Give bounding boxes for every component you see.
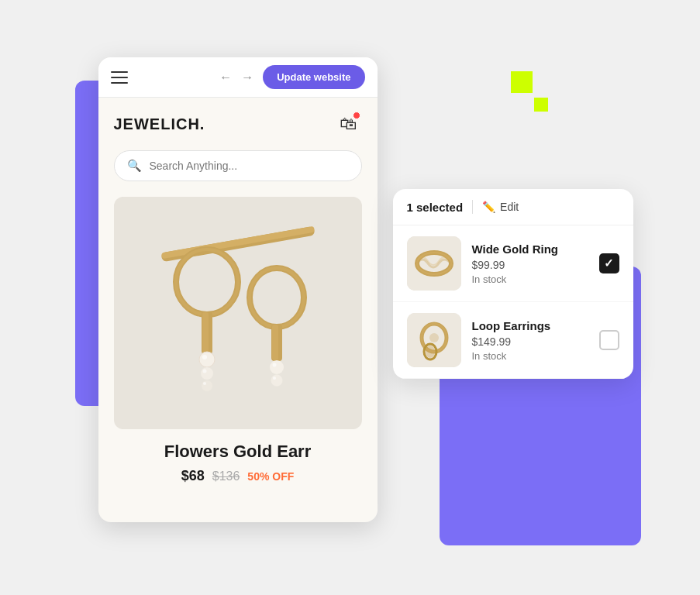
svg-rect-6	[202, 312, 209, 353]
svg-point-18	[270, 360, 284, 374]
edit-button[interactable]: ✏️ Edit	[482, 201, 519, 213]
selected-count: 1 selected	[407, 201, 464, 214]
product-thumbnail-1	[407, 236, 461, 291]
list-item: Loop Earrings $149.99 In stock	[393, 302, 633, 379]
checkbox-item-1[interactable]	[599, 253, 619, 273]
product-name: Flowers Gold Earr	[120, 442, 356, 462]
earring-svg	[114, 197, 362, 429]
product-details-1: Wide Gold Ring $99.99 In stock	[472, 242, 588, 285]
toolbar-center: ← → Update website	[219, 65, 364, 89]
svg-point-9	[202, 355, 207, 359]
svg-point-11	[202, 370, 206, 373]
list-item: Wide Gold Ring $99.99 In stock	[393, 225, 633, 302]
svg-point-10	[201, 367, 213, 380]
hamburger-line-3	[111, 82, 128, 84]
earrings-svg	[407, 313, 461, 367]
store-logo: JEWELICH.	[114, 115, 205, 133]
product-list-status-1: In stock	[472, 273, 588, 285]
selection-divider	[472, 200, 473, 214]
product-image	[114, 197, 362, 429]
toolbar-left	[111, 71, 128, 84]
checkbox-item-2[interactable]	[599, 330, 619, 350]
scene: ← → Update website JEWELICH. 🛍 🔍	[60, 34, 641, 561]
update-website-button[interactable]: Update website	[263, 65, 364, 89]
svg-point-19	[272, 363, 276, 367]
edit-icon: ✏️	[482, 201, 495, 213]
product-list-status-2: In stock	[472, 350, 588, 362]
edit-label: Edit	[500, 201, 519, 213]
svg-rect-17	[272, 325, 278, 360]
svg-point-12	[202, 380, 212, 391]
ring-svg	[407, 236, 461, 291]
product-info: Flowers Gold Earr $68 $136 50% OFF	[114, 442, 362, 484]
search-icon: 🔍	[127, 159, 142, 173]
svg-point-13	[203, 382, 206, 385]
forward-arrow[interactable]: →	[241, 71, 253, 84]
price-current: $68	[181, 468, 205, 484]
bg-green-top	[511, 71, 533, 93]
hamburger-icon[interactable]	[111, 71, 128, 84]
product-list-price-1: $99.99	[472, 259, 588, 271]
price-original: $136	[212, 469, 240, 483]
svg-point-29	[426, 346, 435, 358]
selection-header: 1 selected ✏️ Edit	[393, 189, 633, 225]
back-arrow[interactable]: ←	[219, 71, 232, 84]
store-header: JEWELICH. 🛍	[114, 110, 362, 138]
product-list-name-2: Loop Earrings	[472, 319, 588, 332]
store-content: JEWELICH. 🛍 🔍	[98, 98, 378, 497]
svg-point-30	[429, 333, 439, 342]
product-thumbnail-2	[407, 313, 461, 367]
svg-point-21	[273, 377, 276, 380]
price-discount: 50% OFF	[247, 470, 294, 483]
svg-rect-0	[122, 197, 354, 429]
svg-point-20	[271, 375, 282, 387]
bg-green-bottom	[534, 98, 548, 112]
product-pricing: $68 $136 50% OFF	[120, 468, 356, 484]
cart-button[interactable]: 🛍	[334, 110, 362, 138]
search-bar[interactable]: 🔍	[114, 150, 362, 181]
search-input[interactable]	[150, 160, 349, 172]
hamburger-line-1	[111, 71, 128, 73]
hamburger-line-2	[111, 77, 128, 78]
cart-badge	[353, 112, 360, 119]
browser-toolbar: ← → Update website	[98, 57, 378, 98]
mobile-frame: ← → Update website JEWELICH. 🛍 🔍	[98, 57, 378, 522]
selection-panel: 1 selected ✏️ Edit Wide	[393, 189, 633, 379]
product-details-2: Loop Earrings $149.99 In stock	[472, 319, 588, 362]
product-list-name-1: Wide Gold Ring	[472, 242, 588, 256]
product-list-price-2: $149.99	[472, 335, 588, 348]
